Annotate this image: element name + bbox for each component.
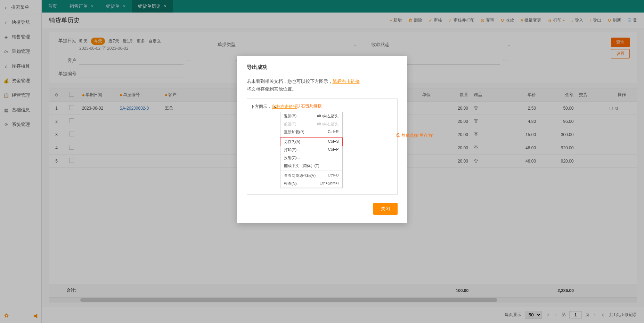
context-menu-item: 检查(N)Ctrl+Shift+I	[280, 180, 342, 188]
context-menu-item: 打印(P)...Ctrl+P	[280, 146, 342, 154]
tip-1: ① 右击此链接	[296, 103, 322, 109]
context-menu-item: 投射(C)...	[280, 154, 342, 162]
modal-title: 导出成功	[247, 64, 398, 71]
context-menu-demo: 返回(B)Alt+向左箭头前进(F)Alt+向右箭头重新加载(R)Ctrl+R另…	[280, 112, 343, 188]
cursor-icon: ➤	[274, 105, 277, 110]
context-menu-item: 另存为(A)...Ctrl+S	[280, 137, 343, 146]
context-menu-item: 重新加载(R)Ctrl+R	[280, 128, 342, 136]
export-success-modal: 导出成功 若未看到相关文档，您也可以按下方图示，鼠标右击链接 将文档存储到其他位…	[237, 56, 407, 223]
demo-prefix: 下方图示，	[251, 104, 271, 109]
close-button[interactable]: 关闭	[373, 203, 398, 215]
modal-text-2: 将文档存储到其他位置。	[247, 86, 296, 92]
context-menu-item: 查看网页源代码(V)Ctrl+U	[280, 172, 342, 180]
tip-2: ② 然后选择"另存为"	[396, 133, 434, 139]
context-menu-item: 翻成中文（简体）(T)	[280, 162, 342, 170]
context-menu-item: 返回(B)Alt+向左箭头	[280, 112, 342, 120]
modal-body-text: 若未看到相关文档，您也可以按下方图示，鼠标右击链接 将文档存储到其他位置。	[247, 78, 398, 93]
context-menu-item: 前进(F)Alt+向右箭头	[280, 120, 342, 128]
modal-text-1: 若未看到相关文档，您也可以按下方图示，	[247, 79, 333, 84]
demo-illustration: 下方图示，鼠标右击链接 ➤ ① 右击此链接 返回(B)Alt+向左箭头前进(F)…	[247, 99, 398, 195]
modal-overlay[interactable]: 导出成功 若未看到相关文档，您也可以按下方图示，鼠标右击链接 将文档存储到其他位…	[0, 0, 644, 323]
right-click-link[interactable]: 鼠标右击链接	[333, 79, 360, 84]
